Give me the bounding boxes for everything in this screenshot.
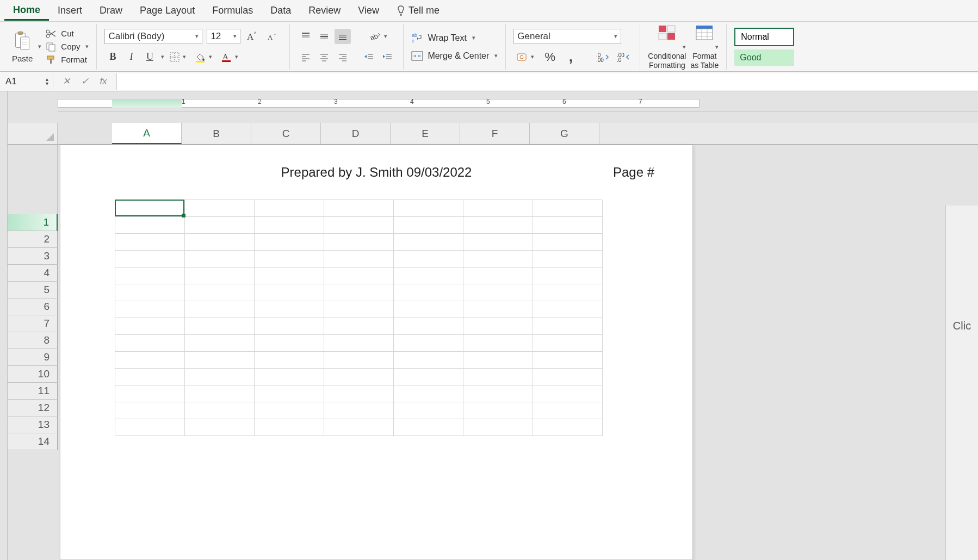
cell-A10[interactable] <box>115 352 185 369</box>
underline-button[interactable]: U <box>141 49 158 65</box>
cell-F5[interactable] <box>463 267 533 284</box>
cell-A2[interactable] <box>115 217 185 234</box>
cell-F12[interactable] <box>463 385 533 402</box>
cell-F7[interactable] <box>463 301 533 318</box>
decrease-font-button[interactable]: Aˇ <box>265 29 282 44</box>
format-as-table-button[interactable]: ▾ Formatas Table <box>690 23 719 70</box>
cell-D11[interactable] <box>324 369 394 385</box>
wrap-text-button[interactable]: abc Wrap Text ▾ <box>411 33 498 43</box>
number-format-combo[interactable]: General▾ <box>513 29 621 44</box>
cell-F13[interactable] <box>463 402 533 419</box>
format-painter-button[interactable]: Format <box>46 55 89 65</box>
copy-button[interactable]: Copy ▾ <box>46 42 89 52</box>
cell-G2[interactable] <box>533 217 603 234</box>
cell-D5[interactable] <box>324 267 394 284</box>
column-header-G[interactable]: G <box>530 123 599 144</box>
cell-C10[interactable] <box>255 352 324 369</box>
cell-E3[interactable] <box>394 234 463 251</box>
cell-B1[interactable] <box>185 200 255 217</box>
column-header-C[interactable]: C <box>251 123 321 144</box>
menu-page-layout[interactable]: Page Layout <box>131 2 203 20</box>
cell-D14[interactable] <box>324 419 394 436</box>
cell-G4[interactable] <box>533 251 603 267</box>
accounting-format-button[interactable]: ▾ <box>513 49 537 65</box>
cell-F3[interactable] <box>463 234 533 251</box>
cell-G14[interactable] <box>533 419 603 436</box>
cell-G7[interactable] <box>533 301 603 318</box>
row-header-1[interactable]: 1 <box>8 214 58 231</box>
row-header-14[interactable]: 14 <box>8 433 58 450</box>
increase-indent-button[interactable] <box>379 49 395 65</box>
cell-B13[interactable] <box>185 402 255 419</box>
align-middle-button[interactable] <box>316 29 332 44</box>
cell-D10[interactable] <box>324 352 394 369</box>
row-header-13[interactable]: 13 <box>8 416 58 433</box>
cell-A3[interactable] <box>115 234 185 251</box>
cell-E13[interactable] <box>394 402 463 419</box>
cell-C3[interactable] <box>255 234 324 251</box>
cell-E14[interactable] <box>394 419 463 436</box>
cell-B3[interactable] <box>185 234 255 251</box>
cut-button[interactable]: Cut <box>46 29 89 39</box>
cancel-formula-button[interactable]: ✕ <box>60 76 73 87</box>
cell-F10[interactable] <box>463 352 533 369</box>
cell-C7[interactable] <box>255 301 324 318</box>
font-color-button[interactable]: A ▾ <box>218 49 242 65</box>
cell-A7[interactable] <box>115 301 185 318</box>
row-header-7[interactable]: 7 <box>8 315 58 332</box>
orientation-button[interactable]: ab ▾ <box>361 29 395 44</box>
fill-handle[interactable] <box>182 214 185 217</box>
cell-C2[interactable] <box>255 217 324 234</box>
decrease-decimal-button[interactable]: .00.0 <box>616 49 632 65</box>
cell-G5[interactable] <box>533 267 603 284</box>
cell-D2[interactable] <box>324 217 394 234</box>
cell-C9[interactable] <box>255 335 324 352</box>
comma-button[interactable]: , <box>562 49 579 65</box>
cell-B9[interactable] <box>185 335 255 352</box>
cell-F8[interactable] <box>463 318 533 335</box>
cell-E10[interactable] <box>394 352 463 369</box>
cell-D4[interactable] <box>324 251 394 267</box>
cell-B5[interactable] <box>185 267 255 284</box>
align-bottom-button[interactable] <box>335 29 351 44</box>
cell-E11[interactable] <box>394 369 463 385</box>
row-header-2[interactable]: 2 <box>8 231 58 248</box>
cell-A12[interactable] <box>115 385 185 402</box>
menu-formulas[interactable]: Formulas <box>203 2 262 20</box>
cell-G9[interactable] <box>533 335 603 352</box>
font-name-combo[interactable]: Calibri (Body)▾ <box>104 29 202 44</box>
cell-D13[interactable] <box>324 402 394 419</box>
select-all-corner[interactable] <box>8 123 58 145</box>
fill-color-button[interactable]: ▾ <box>191 49 215 65</box>
cell-F2[interactable] <box>463 217 533 234</box>
cell-D12[interactable] <box>324 385 394 402</box>
cell-C11[interactable] <box>255 369 324 385</box>
cell-F1[interactable] <box>463 200 533 217</box>
cell-D9[interactable] <box>324 335 394 352</box>
cell-A5[interactable] <box>115 267 185 284</box>
row-header-11[interactable]: 11 <box>8 383 58 400</box>
row-header-3[interactable]: 3 <box>8 248 58 265</box>
paste-dropdown[interactable]: ▾ <box>38 43 41 50</box>
cell-C1[interactable] <box>255 200 324 217</box>
row-header-12[interactable]: 12 <box>8 400 58 416</box>
column-header-B[interactable]: B <box>182 123 251 144</box>
cell-B2[interactable] <box>185 217 255 234</box>
row-header-8[interactable]: 8 <box>8 332 58 349</box>
increase-decimal-button[interactable]: .0.00 <box>595 49 611 65</box>
task-pane[interactable]: Clic <box>945 206 978 560</box>
align-center-button[interactable] <box>316 49 332 65</box>
cell-A8[interactable] <box>115 318 185 335</box>
cell-B4[interactable] <box>185 251 255 267</box>
cell-C8[interactable] <box>255 318 324 335</box>
cell-style-good[interactable]: Good <box>734 49 794 66</box>
menu-tellme[interactable]: Tell me <box>388 2 448 20</box>
align-top-button[interactable] <box>298 29 314 44</box>
cell-F11[interactable] <box>463 369 533 385</box>
cell-B14[interactable] <box>185 419 255 436</box>
cell-A14[interactable] <box>115 419 185 436</box>
merge-center-button[interactable]: Merge & Center ▾ <box>411 51 498 61</box>
fx-button[interactable]: fx <box>97 76 110 87</box>
cell-E6[interactable] <box>394 284 463 301</box>
cell-E12[interactable] <box>394 385 463 402</box>
